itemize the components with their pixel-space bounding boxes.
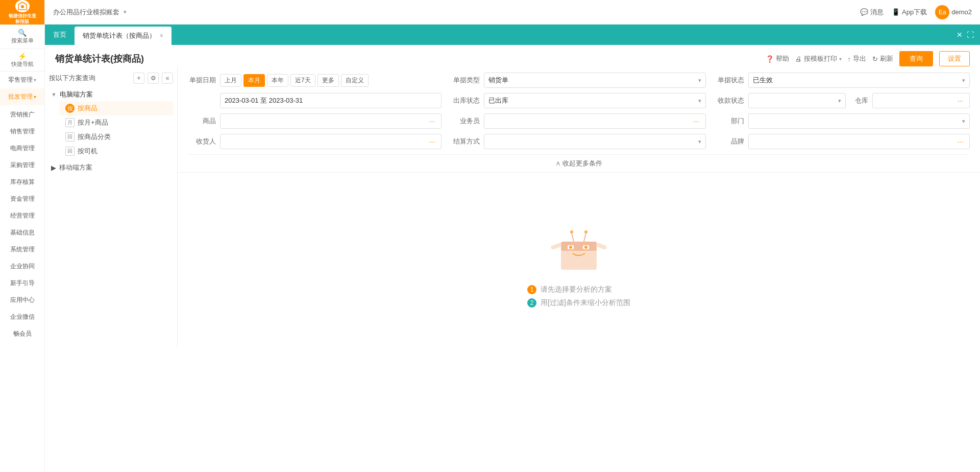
warehouse-label: 仓库: [854, 96, 868, 105]
by-product-category-label: 按商品分类: [78, 132, 111, 141]
ecommerce-label: 电商管理: [10, 144, 35, 153]
help-btn[interactable]: ❓ 帮助: [766, 54, 789, 63]
receiver-input[interactable]: ···: [220, 134, 442, 149]
tab-sales-stats[interactable]: 销货单统计表（按商品） ×: [75, 27, 172, 45]
salesperson-ellipsis[interactable]: ···: [691, 117, 701, 125]
pc-expand-icon: ▼: [51, 91, 57, 98]
mobile-section-header[interactable]: ▶ 移动端方案: [49, 160, 173, 175]
sidebar-item-appstore[interactable]: 应用中心: [0, 291, 44, 308]
filter-doc-type: 单据类型 销货单 ▾: [452, 73, 705, 88]
doc-status-arrow-icon: ▾: [962, 77, 965, 84]
sidebar-item-membership[interactable]: 畅会员: [0, 324, 44, 341]
sidebar-item-operations[interactable]: 经营管理: [0, 206, 44, 223]
product-input[interactable]: ···: [220, 113, 442, 129]
tab-home[interactable]: 首页: [45, 25, 75, 45]
this-year-btn[interactable]: 本年: [267, 74, 288, 87]
by-month-product-label: 按月+商品: [78, 118, 108, 127]
panel-header: 按以下方案查询 + ⚙ «: [49, 73, 173, 84]
export-label: 导出: [853, 54, 866, 63]
sidebar-item-sales[interactable]: 销售管理: [0, 122, 44, 139]
sidebar-item-guide[interactable]: 新手引导: [0, 274, 44, 291]
add-scheme-btn[interactable]: +: [133, 73, 144, 84]
custom-btn[interactable]: 自定义: [341, 74, 369, 87]
window-expand-btn[interactable]: ⛶: [967, 31, 974, 39]
salesperson-label: 业务员: [452, 116, 480, 126]
sidebar-quicknav[interactable]: ⚡ 快捷导航: [0, 49, 44, 72]
pc-section[interactable]: ▼ 电脑端方案: [49, 88, 173, 101]
last-month-btn[interactable]: 上月: [220, 74, 241, 87]
by-cashier-icon: 回: [65, 147, 75, 156]
tab-close-btn[interactable]: ×: [160, 32, 163, 39]
salesperson-input[interactable]: ···: [484, 113, 705, 129]
user-avatar-area[interactable]: Ea demo2: [935, 5, 972, 19]
sidebar-item-wechat[interactable]: 企业微信: [0, 308, 44, 324]
svg-rect-2: [561, 242, 597, 251]
collapse-bar[interactable]: ∧ 收起更多条件: [188, 154, 970, 172]
basic-label: 基础信息: [10, 228, 35, 237]
product-ellipsis[interactable]: ···: [427, 117, 437, 125]
sidebar-item-basic[interactable]: 基础信息: [0, 223, 44, 240]
mobile-section: ▶ 移动端方案: [49, 160, 173, 175]
more-btn[interactable]: 更多: [317, 74, 339, 87]
query-button[interactable]: 查询: [899, 51, 933, 66]
collapse-panel-icon: «: [166, 75, 169, 82]
scheme-by-month-product[interactable]: 月 按月+商品: [59, 115, 173, 130]
brand-label: 品牌: [716, 137, 744, 146]
app-name-line1: 畅捷信好生意: [9, 13, 36, 19]
filter-out-status: 出库状态 已出库 ▾: [452, 93, 705, 108]
by-month-product-icon: 月: [65, 118, 75, 127]
refresh-btn[interactable]: ↻ 刷新: [872, 54, 893, 63]
doc-status-select[interactable]: 已生效 ▾: [748, 73, 970, 88]
sidebar-item-finance[interactable]: 资金管理: [0, 190, 44, 206]
brand-ellipsis[interactable]: ···: [955, 137, 965, 146]
scheme-by-product[interactable]: 按 按商品: [59, 101, 173, 115]
settings-scheme-btn[interactable]: ⚙: [148, 73, 159, 84]
export-btn[interactable]: ↑ 导出: [848, 54, 867, 63]
collapse-panel-btn[interactable]: «: [162, 73, 173, 84]
window-close-btn[interactable]: ✕: [957, 31, 963, 39]
page-header: 销货单统计表(按商品) ❓ 帮助 🖨 按模板打印 ▾ ↑ 导出: [45, 45, 980, 66]
this-month-btn[interactable]: 本月: [243, 74, 265, 87]
date-label: 单据日期: [188, 76, 216, 85]
sidebar-search-menu[interactable]: 🔍 搜索菜单: [0, 25, 44, 49]
last7-btn[interactable]: 近7天: [290, 74, 315, 87]
logo-icon: [15, 0, 30, 12]
sidebar-item-marketing[interactable]: 营销推广: [0, 105, 44, 122]
scheme-by-cashier[interactable]: 回 按司机: [59, 144, 173, 158]
empty-step-1: 1 请先选择要分析的方案: [527, 285, 630, 294]
payment-method-select[interactable]: ▾: [484, 134, 705, 149]
sidebar-item-enterprise[interactable]: 企业协同: [0, 257, 44, 274]
operations-label: 经营管理: [10, 211, 35, 220]
brand-input[interactable]: ···: [748, 134, 970, 149]
warehouse-input[interactable]: ···: [872, 93, 970, 108]
sidebar-item-wholesale[interactable]: 批发管理 ▾: [0, 88, 44, 105]
system-label: 系统管理: [10, 245, 35, 254]
date-range-box[interactable]: 2023-03-01 至 2023-03-31: [220, 93, 442, 108]
payment-status-select[interactable]: ▾: [748, 93, 846, 108]
app-download-label: App下载: [902, 8, 927, 17]
product-label: 商品: [188, 116, 216, 126]
svg-line-9: [572, 233, 574, 242]
scheme-by-product-category[interactable]: 回 按商品分类: [59, 130, 173, 144]
sidebar-item-inventory[interactable]: 库存核算: [0, 173, 44, 190]
receiver-ellipsis[interactable]: ···: [427, 137, 437, 146]
filter-row-1: 单据日期 上月 本月 本年 近7天 更多 自定义: [188, 73, 970, 88]
sidebar-item-purchase[interactable]: 采购管理: [0, 156, 44, 173]
print-btn[interactable]: 🖨 按模板打印 ▾: [795, 54, 842, 63]
doc-type-select[interactable]: 销货单 ▾: [484, 73, 705, 88]
workspace-section: 办公用品行业模拟账套 ▾: [53, 8, 127, 17]
app-logo: 畅捷信好生意 标报版: [0, 0, 44, 25]
department-select[interactable]: ▾: [748, 113, 970, 129]
help-icon: ❓: [766, 55, 774, 63]
sidebar-item-ecommerce[interactable]: 电商管理: [0, 139, 44, 156]
step2-text: 用[过滤]条件来缩小分析范围: [541, 298, 630, 308]
message-btn[interactable]: 💬 消息: [860, 8, 884, 17]
settings-button[interactable]: 设置: [939, 51, 970, 66]
app-download-btn[interactable]: 📱 App下载: [892, 8, 927, 17]
sidebar-item-system[interactable]: 系统管理: [0, 240, 44, 257]
workspace-dropdown-icon[interactable]: ▾: [124, 9, 127, 15]
sidebar-item-retail[interactable]: 零售管理 ▾: [0, 72, 44, 88]
window-controls: ✕ ⛶: [957, 31, 980, 39]
out-status-select[interactable]: 已出库 ▾: [484, 93, 705, 108]
warehouse-ellipsis[interactable]: ···: [955, 97, 965, 105]
